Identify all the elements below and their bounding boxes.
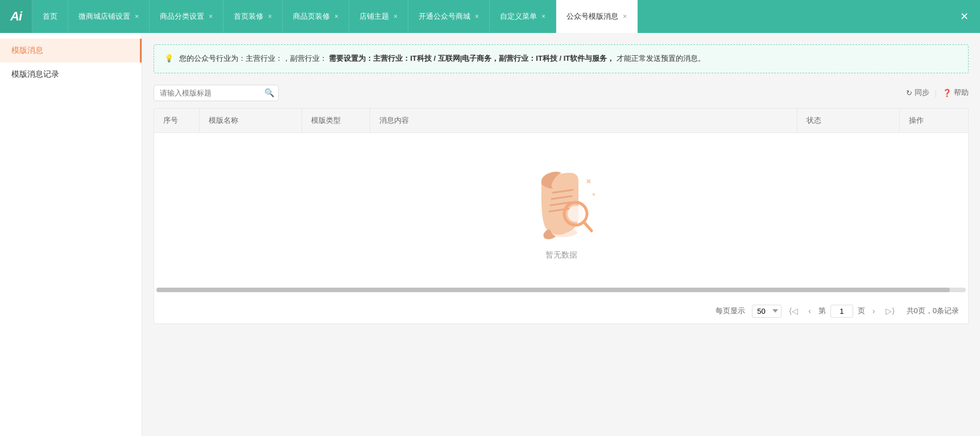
- page-size-label: 每页显示: [716, 306, 745, 316]
- tab-label: 商品页装修: [293, 11, 330, 22]
- svg-line-7: [584, 222, 592, 231]
- empty-illustration: [524, 167, 598, 241]
- first-page-button[interactable]: ⟨◁: [786, 305, 801, 317]
- notice-text-prefix: 您的公众号行业为：主营行业：，副营行业：: [179, 54, 327, 63]
- tab-product-category[interactable]: 商品分类设置×: [150, 0, 224, 33]
- sidebar-item-template-message[interactable]: 模版消息: [0, 39, 142, 63]
- help-button[interactable]: ❓ 帮助: [942, 88, 969, 98]
- tab-label: 微商城店铺设置: [78, 11, 130, 22]
- sync-icon: ↻: [906, 89, 912, 97]
- tab-product-decoration[interactable]: 商品页装修×: [283, 0, 349, 33]
- tab-label: 自定义菜单: [500, 11, 537, 22]
- divider: |: [935, 89, 937, 97]
- content-area: 💡 您的公众号行业为：主营行业：，副营行业： 需要设置为：主营行业：IT科技 /…: [142, 33, 980, 436]
- tab-label: 开通公众号商城: [419, 11, 470, 22]
- col-type: 模版类型: [302, 109, 370, 132]
- page-label: 第: [818, 306, 826, 316]
- tab-close-template-message[interactable]: ×: [623, 13, 627, 20]
- search-input[interactable]: [154, 85, 279, 101]
- col-index: 序号: [154, 109, 200, 132]
- search-input-wrap: 🔍: [154, 85, 279, 101]
- search-right: ↻ 同步 | ❓ 帮助: [906, 88, 969, 98]
- help-icon: ❓: [942, 89, 952, 97]
- tab-label: 公众号模版消息: [567, 11, 618, 22]
- next-page-button[interactable]: ›: [870, 305, 878, 317]
- tab-close-open-wechat-shop[interactable]: ×: [475, 13, 479, 20]
- page-size-select[interactable]: 102050100: [752, 305, 781, 318]
- global-close-button[interactable]: ✕: [949, 0, 980, 33]
- search-icon[interactable]: 🔍: [264, 88, 274, 97]
- sidebar-item-template-message-log[interactable]: 模版消息记录: [0, 63, 142, 86]
- table-wrap: 序号模版名称模版类型消息内容状态操作: [154, 108, 969, 324]
- last-page-button[interactable]: ▷⟩: [883, 305, 898, 317]
- sidebar: 模版消息模版消息记录: [0, 33, 142, 436]
- search-left: 🔍: [154, 85, 279, 101]
- tab-home[interactable]: 首页: [32, 0, 68, 33]
- empty-text: 暂无数据: [545, 250, 577, 260]
- tab-label: 首页装修: [234, 11, 263, 22]
- tab-close-custom-menu[interactable]: ×: [541, 13, 545, 20]
- col-action: 操作: [900, 109, 968, 132]
- notice-text-highlight: 需要设置为：主营行业：IT科技 / 互联网|电子商务，副营行业：IT科技 / I…: [329, 54, 614, 63]
- notice-box: 💡 您的公众号行业为：主营行业：，副营行业： 需要设置为：主营行业：IT科技 /…: [154, 44, 969, 73]
- col-name: 模版名称: [200, 109, 302, 132]
- tab-close-product-category[interactable]: ×: [209, 13, 213, 20]
- notice-text-suffix: 才能正常发送预置的消息。: [617, 54, 705, 63]
- svg-point-6: [568, 206, 584, 222]
- tab-custom-menu[interactable]: 自定义菜单×: [490, 0, 556, 33]
- tab-close-home-decoration[interactable]: ×: [268, 13, 272, 20]
- page-unit: 页: [858, 306, 865, 316]
- tab-shop-theme[interactable]: 店铺主题×: [349, 0, 408, 33]
- col-content: 消息内容: [370, 109, 797, 132]
- tab-micro-shop-settings[interactable]: 微商城店铺设置×: [68, 0, 150, 33]
- col-status: 状态: [797, 109, 900, 132]
- tab-label: 商品分类设置: [160, 11, 204, 22]
- notice-icon: 💡: [164, 54, 173, 63]
- tab-logo[interactable]: Ai: [0, 0, 32, 33]
- scroll-track[interactable]: [156, 288, 966, 292]
- tab-home-decoration[interactable]: 首页装修×: [224, 0, 283, 33]
- help-label: 帮助: [954, 88, 969, 98]
- empty-state: 暂无数据: [154, 133, 968, 283]
- pagination: 每页显示 102050100 ⟨◁ ‹ 第 1 页 › ▷⟩ 共0页，0条记录: [154, 299, 968, 323]
- tab-template-message[interactable]: 公众号模版消息×: [556, 0, 638, 33]
- tab-open-wechat-shop[interactable]: 开通公众号商城×: [408, 0, 490, 33]
- current-page-input[interactable]: 1: [830, 305, 853, 318]
- tab-close-product-decoration[interactable]: ×: [334, 13, 338, 20]
- search-bar: 🔍 ↻ 同步 | ❓ 帮助: [154, 85, 969, 101]
- table-header: 序号模版名称模版类型消息内容状态操作: [154, 109, 968, 133]
- main-layout: 模版消息模版消息记录 💡 您的公众号行业为：主营行业：，副营行业： 需要设置为：…: [0, 33, 980, 436]
- tab-label: 店铺主题: [359, 11, 389, 22]
- tab-close-micro-shop-settings[interactable]: ×: [135, 13, 139, 20]
- scroll-track-wrap: [154, 288, 968, 299]
- logo-text: Ai: [10, 9, 22, 24]
- tab-label: 首页: [43, 11, 57, 22]
- prev-page-button[interactable]: ‹: [805, 305, 814, 317]
- tab-bar: Ai 首页微商城店铺设置×商品分类设置×首页装修×商品页装修×店铺主题×开通公众…: [0, 0, 980, 33]
- page-total: 共0页，0条记录: [907, 306, 959, 316]
- sync-button[interactable]: ↻ 同步: [906, 88, 929, 98]
- scroll-thumb[interactable]: [156, 288, 950, 292]
- sync-label: 同步: [915, 88, 929, 98]
- tab-close-shop-theme[interactable]: ×: [394, 13, 398, 20]
